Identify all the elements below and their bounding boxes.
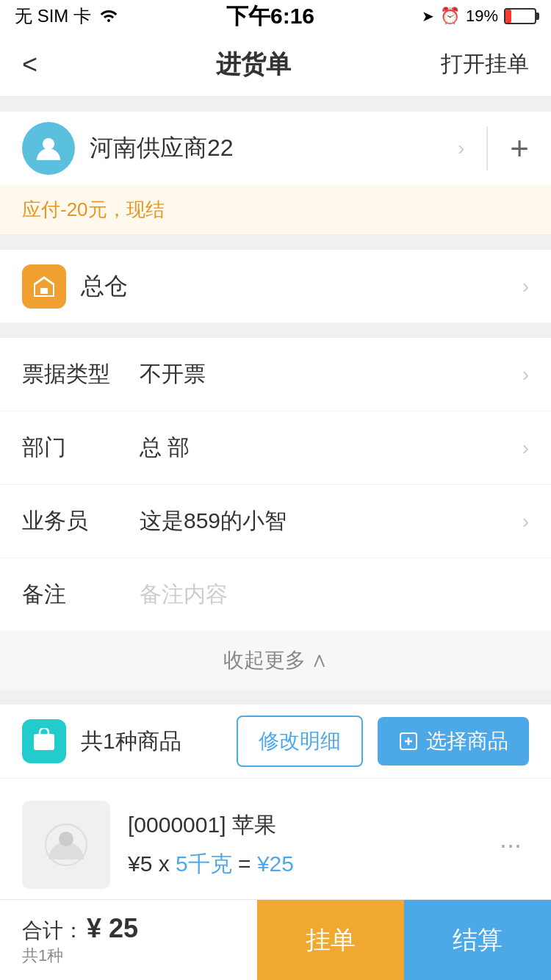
status-left: 无 SIM 卡 bbox=[15, 4, 119, 28]
bottom-bar: 合计： ¥ 25 共1种 挂单 结算 bbox=[0, 899, 551, 980]
dept-chevron-icon: › bbox=[522, 436, 529, 460]
total-amount: ¥ 25 bbox=[87, 913, 138, 944]
dept-label: 部门 bbox=[22, 433, 125, 463]
product-header: 共1种商品 修改明细 选择商品 bbox=[0, 705, 551, 778]
remark-value: 备注内容 bbox=[125, 580, 529, 610]
price-total: ¥25 bbox=[257, 851, 294, 876]
price-quantity: 5千克 bbox=[176, 851, 232, 876]
product-section-icon bbox=[22, 719, 66, 763]
collapse-more-button[interactable]: 收起更多 ∧ bbox=[0, 631, 551, 690]
modify-detail-button[interactable]: 修改明细 bbox=[237, 716, 363, 767]
product-item: [0000001] 苹果 ¥5 x 5千克 = ¥25 ··· bbox=[0, 778, 551, 911]
warehouse-icon bbox=[22, 264, 66, 309]
location-icon: ➤ bbox=[422, 7, 434, 25]
select-product-label: 选择商品 bbox=[426, 727, 508, 755]
supplier-row[interactable]: 河南供应商22 › + bbox=[0, 112, 551, 185]
add-supplier-button[interactable]: + bbox=[510, 130, 529, 167]
svg-rect-2 bbox=[34, 734, 54, 750]
notice-banner: 应付-20元，现结 bbox=[0, 185, 551, 234]
supplier-chevron-icon: › bbox=[458, 137, 464, 160]
remark-label: 备注 bbox=[22, 580, 125, 610]
product-info: [0000001] 苹果 ¥5 x 5千克 = ¥25 bbox=[128, 810, 475, 879]
warehouse-row[interactable]: 总仓 › bbox=[0, 249, 551, 323]
invoice-value: 不开票 bbox=[125, 359, 515, 389]
alarm-icon: ⏰ bbox=[440, 7, 460, 26]
form-section: 票据类型 不开票 › 部门 总 部 › 业务员 这是859的小智 › 备注 备注… bbox=[0, 337, 551, 631]
total-label: 合计： bbox=[22, 917, 84, 945]
invoice-label: 票据类型 bbox=[22, 359, 125, 389]
sales-value: 这是859的小智 bbox=[125, 506, 515, 536]
product-price: ¥5 x 5千克 = ¥25 bbox=[128, 849, 475, 879]
supplier-name: 河南供应商22 bbox=[90, 132, 458, 165]
product-section: 共1种商品 修改明细 选择商品 [0000001] 苹果 ¥5 x 5千克 = … bbox=[0, 705, 551, 911]
collapse-more-label: 收起更多 ∧ bbox=[223, 646, 328, 674]
checkout-button[interactable]: 结算 bbox=[404, 900, 551, 980]
product-more-button[interactable]: ··· bbox=[492, 822, 529, 868]
supplier-avatar bbox=[22, 122, 75, 175]
sales-label: 业务员 bbox=[22, 506, 125, 536]
back-button[interactable]: < bbox=[22, 49, 66, 80]
section-gap-3 bbox=[0, 323, 551, 337]
battery-icon bbox=[504, 8, 536, 24]
warehouse-name: 总仓 bbox=[81, 270, 522, 303]
svg-point-0 bbox=[43, 138, 54, 150]
warehouse-chevron-icon: › bbox=[522, 275, 529, 298]
svg-rect-1 bbox=[40, 288, 48, 294]
section-gap-2 bbox=[0, 234, 551, 249]
select-product-button[interactable]: 选择商品 bbox=[378, 717, 529, 765]
notice-text: 应付-20元，现结 bbox=[22, 198, 165, 220]
product-name: [0000001] 苹果 bbox=[128, 810, 475, 840]
total-count: 共1种 bbox=[22, 945, 235, 967]
status-bar: 无 SIM 卡 下午6:16 ➤ ⏰ 19% bbox=[0, 0, 551, 32]
nav-bar: < 进货单 打开挂单 bbox=[0, 32, 551, 97]
page-title: 进货单 bbox=[216, 48, 291, 82]
invoice-row[interactable]: 票据类型 不开票 › bbox=[0, 337, 551, 411]
price-base: ¥5 x bbox=[128, 851, 176, 876]
carrier-text: 无 SIM 卡 bbox=[15, 4, 91, 28]
dept-value: 总 部 bbox=[125, 433, 515, 463]
remark-row[interactable]: 备注 备注内容 bbox=[0, 558, 551, 631]
open-pending-button[interactable]: 打开挂单 bbox=[441, 49, 529, 79]
status-time: 下午6:16 bbox=[226, 1, 314, 32]
battery-percent: 19% bbox=[466, 7, 498, 26]
status-right: ➤ ⏰ 19% bbox=[422, 7, 536, 26]
hang-button[interactable]: 挂单 bbox=[257, 900, 404, 980]
sales-chevron-icon: › bbox=[522, 510, 529, 533]
dept-row[interactable]: 部门 总 部 › bbox=[0, 411, 551, 484]
warehouse-section: 总仓 › bbox=[0, 249, 551, 323]
invoice-chevron-icon: › bbox=[522, 363, 529, 386]
total-area: 合计： ¥ 25 共1种 bbox=[0, 900, 257, 980]
product-thumbnail bbox=[22, 801, 110, 889]
price-equals: = bbox=[232, 851, 257, 876]
supplier-divider bbox=[486, 126, 488, 170]
sales-row[interactable]: 业务员 这是859的小智 › bbox=[0, 484, 551, 558]
wifi-icon bbox=[98, 6, 119, 26]
supplier-section: 河南供应商22 › + 应付-20元，现结 bbox=[0, 112, 551, 234]
product-count-label: 共1种商品 bbox=[81, 727, 222, 757]
section-gap-1 bbox=[0, 97, 551, 112]
